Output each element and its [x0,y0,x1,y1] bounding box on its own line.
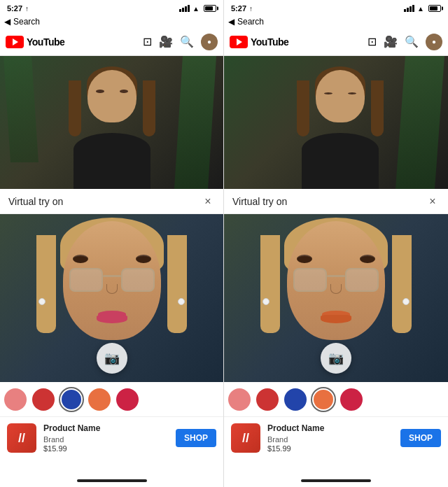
ar-hair-left-r [260,235,280,333]
time-left: 5:27 [7,4,22,13]
yt-triangle-right [237,38,242,45]
earring-left-l [38,298,46,305]
product-thumb-left: // [7,423,36,453]
search-icon-left[interactable]: 🔍 [180,35,194,48]
status-time-right: 5:27 ↑ [231,4,253,13]
ar-eye-right-r [360,255,375,263]
ar-glasses-right [290,267,382,295]
camera-capture-btn-right[interactable]: 📷 [321,343,351,374]
earring-left-r [262,298,270,305]
hair-side-left-r [297,80,309,136]
home-indicator-left [0,474,223,487]
virtual-panel-right: Virtual try on × [224,189,448,474]
ar-eye-left [73,255,88,263]
virtual-header-right: Virtual try on × [224,189,448,214]
swatch-3-right[interactable] [284,388,307,411]
yt-play-btn-left [6,36,24,48]
person-silhouette-left [56,63,168,189]
cast-icon-right[interactable]: ⊡ [368,35,377,48]
close-btn-left[interactable]: × [201,195,215,209]
swatch-2-right[interactable] [256,388,279,411]
hair-side-right-r [371,80,384,136]
swatch-3-left[interactable] [60,388,83,411]
glasses-right-lens-r [345,268,379,292]
eye-right-r [348,92,356,94]
back-arrow-right: ◀ [228,17,234,27]
status-bar-right: 5:27 ↑ ▲ [224,0,448,15]
avatar-left[interactable]: ● [201,34,218,50]
status-bar-left: 5:27 ↑ ▲ [0,0,223,15]
video-area-right [224,56,448,189]
glasses-left-lens-r [293,268,327,292]
ar-eye-left-r [297,255,312,263]
swatch-5-right[interactable] [340,388,363,411]
yt-logo-left[interactable]: YouTube [6,36,64,48]
hair-side-right-left [143,80,155,136]
camera-icon-left[interactable]: 🎥 [159,35,173,48]
time-right: 5:27 [231,4,246,13]
shop-button-left[interactable]: SHOP [176,429,216,447]
virtual-header-left: Virtual try on × [0,189,223,214]
bg-plant-right [396,56,444,189]
ar-glasses-left [66,267,158,295]
close-btn-right[interactable]: × [426,195,440,209]
swatch-1-left[interactable] [4,388,27,411]
swatches-row-right [224,382,448,417]
battery-fill-right [430,6,438,10]
camera-capture-icon-right: 📷 [328,351,344,366]
hair-side-left [69,80,81,136]
ar-face-right: 📷 [224,214,448,382]
swatch-4-right[interactable] [312,388,335,411]
body-right [302,133,379,189]
back-label-right: Search [237,17,264,27]
bar4 [188,5,190,12]
yt-brand-right: YouTube [251,36,288,48]
home-bar-left [77,479,147,482]
swatch-1-right[interactable] [228,388,251,411]
ar-hair-right [167,235,187,333]
wifi-icon-left: ▲ [192,5,200,13]
video-person-right [224,56,448,189]
yt-icons-right: ⊡ 🎥 🔍 ● [368,34,442,50]
avatar-right[interactable]: ● [426,34,442,50]
product-name-left: Product Name [43,423,169,435]
lips-lower-left [97,315,127,323]
earring-right-l [178,298,185,305]
yt-logo-right[interactable]: YouTube [230,36,288,48]
virtual-panel-left: Virtual try on × [0,189,223,474]
status-icons-right: ▲ [404,5,441,13]
virtual-title-left: Virtual try on [8,196,63,207]
swatch-2-left[interactable] [32,388,55,411]
ar-lips-left [97,311,127,323]
cast-icon-left[interactable]: ⊡ [143,35,152,48]
bg-plant-left [174,56,216,189]
left-phone-panel: 5:27 ↑ ▲ ◀ Search YouTube [0,0,224,487]
search-icon-right[interactable]: 🔍 [405,35,419,48]
video-person-left [0,56,223,189]
swatch-4-left[interactable] [88,388,111,411]
yt-header-right: YouTube ⊡ 🎥 🔍 ● [224,28,448,56]
face-left [88,70,136,122]
shop-button-right[interactable]: SHOP [400,429,441,447]
camera-icon-right[interactable]: 🎥 [384,35,398,48]
virtual-title-right: Virtual try on [232,196,287,207]
bar4r [412,5,414,12]
person-silhouette-right [284,63,396,189]
eye-left-r [324,92,332,94]
ar-hair-right-r [392,235,412,333]
product-row-right: // Product Name Brand $15.99 SHOP [224,417,448,459]
yt-icons-left: ⊡ 🎥 🔍 ● [143,34,218,50]
swatch-5-left[interactable] [116,388,139,411]
nav-back-left[interactable]: ◀ Search [0,15,223,28]
home-bar-right [301,479,371,482]
product-info-right: Product Name Brand $15.99 [267,423,393,453]
camera-capture-btn-left[interactable]: 📷 [97,343,127,374]
bg-plant2-left [4,56,38,162]
swatches-row-left [0,382,223,417]
ar-eye-right [136,255,151,263]
yt-triangle-left [13,38,18,45]
battery-fill-left [205,6,213,10]
lips-lower-right [321,315,351,323]
glasses-bridge [103,275,121,277]
nav-back-right[interactable]: ◀ Search [224,15,448,28]
